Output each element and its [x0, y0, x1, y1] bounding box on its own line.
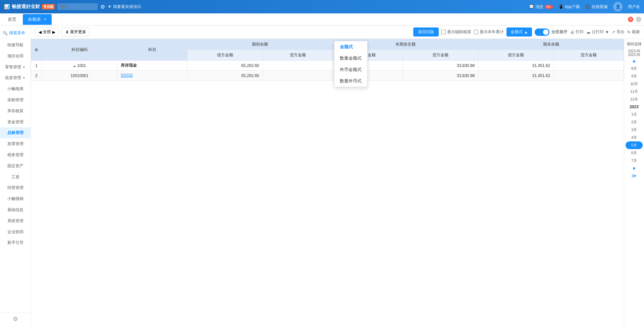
month-oct-2022[interactable]: 10月 [626, 80, 643, 88]
sidebar-item-wholesale[interactable]: 批发管理 ▼ [0, 72, 31, 83]
month-feb-2023[interactable]: 2月 [626, 118, 643, 126]
sidebar-item-invoice[interactable]: 发票管理 [0, 138, 31, 149]
month-nov-2022[interactable]: 11月 [626, 88, 643, 95]
download-icon: 📱 [558, 4, 564, 9]
table-row-ob_credit [263, 61, 333, 71]
tab-bar: 首页 余额表 ✕ ✕ □ [0, 13, 644, 25]
sidebar-item-capital[interactable]: 资金管理 [0, 117, 31, 128]
export-btn[interactable]: ↗ 导出 [612, 29, 625, 35]
right-panel: 期间选择 2023.05 2023.05 ▲ 8月 9月 10月 11月 12月… [624, 39, 644, 328]
month-jun-2023[interactable]: 6月 [626, 149, 643, 157]
sidebar-item-expense[interactable]: 小畅报销 [0, 193, 31, 204]
period-down-arrow[interactable]: ▼ [631, 165, 638, 173]
user-avatar[interactable]: 👤 [613, 2, 623, 11]
back-old-btn[interactable]: 退回旧版 [413, 27, 439, 37]
table-row-curr_credit: 33,830.98 [403, 71, 478, 81]
print-btn[interactable]: 🖨 打印 [570, 29, 584, 35]
toggle-switch[interactable] [535, 28, 549, 36]
sidebar-item-collab[interactable]: 企业协同 [0, 226, 31, 238]
expand-all-toggle[interactable]: 全部展开 [535, 28, 568, 36]
win-close-btn[interactable]: ✕ [628, 17, 633, 22]
expand-icon: ⬇ [65, 30, 69, 35]
sidebar: 🔍 搜索菜单 快捷导航 项目合同 零售管理 ▼ 批发管理 ▼ 小畅电商 采购管理… [0, 25, 31, 328]
msg-badge: 99+ [545, 5, 553, 9]
sidebar-item-operations[interactable]: 经营管理 [0, 182, 31, 193]
show-ytd-checkbox[interactable] [474, 30, 478, 34]
table-row-curr_credit: 33,830.98 [403, 61, 478, 71]
mode-option-qty-foreign[interactable]: 数量外币式 [334, 75, 367, 87]
show-aux-checkbox-group[interactable]: 显示辅助核算 [441, 29, 471, 35]
col-eb-credit-header: 贷方金额 [554, 50, 624, 61]
refresh-icon: ↻ [627, 30, 631, 35]
show-aux-checkbox[interactable] [441, 30, 446, 34]
tab-close-icon[interactable]: ✕ [44, 17, 47, 21]
month-dec-2022[interactable]: 12月 [626, 95, 643, 103]
collapse-panel-icon[interactable]: ≫ [631, 173, 637, 179]
month-jan-2023[interactable]: 1月 [626, 111, 643, 118]
sidebar-item-contract[interactable]: 项目合同 [0, 51, 31, 62]
chevron-down-icon: ▼ [22, 65, 25, 69]
month-apr-2023[interactable]: 4月 [626, 134, 643, 141]
export-icon: ↗ [612, 30, 615, 35]
header-right: 💬 消息 99+ 📱 App下载 🎧 在线客服 👤 用户名 [529, 2, 640, 11]
sidebar-item-salary[interactable]: 工资 [0, 172, 31, 183]
tab-balance-sheet[interactable]: 余额表 ✕ [23, 14, 52, 25]
sidebar-item-tax[interactable]: 税务管理 [0, 149, 31, 160]
demo-link[interactable]: 👁 我要看实例演示 [108, 4, 141, 10]
sidebar-item-retail[interactable]: 零售管理 ▼ [0, 62, 31, 73]
table-row-subject[interactable]: 回回回 [117, 71, 187, 81]
month-aug-2022[interactable]: 8月 [626, 65, 643, 72]
headset-icon: 🎧 [585, 4, 590, 9]
settings-icon[interactable]: ⚙ [100, 4, 105, 10]
mode-btn-wrapper: 金额式 ▲ 金额式 数量金额式 外币金额式 数量外币式 [506, 27, 532, 37]
msg-icon: 💬 [529, 4, 534, 9]
mode-option-amount[interactable]: 金额式 [334, 41, 367, 53]
username[interactable]: 用户名 [628, 4, 640, 10]
month-jul-2023[interactable]: 7月 [626, 157, 643, 165]
win-maximize-btn[interactable]: □ [636, 17, 641, 22]
refresh-btn[interactable]: ↻ 刷新 [627, 29, 640, 35]
service-btn[interactable]: 🎧 在线客服 [585, 4, 608, 10]
mode-dropdown-btn[interactable]: 金额式 ▲ [506, 27, 532, 37]
logo-icon: 📊 [4, 4, 10, 9]
sidebar-item-assets[interactable]: 固定资产 [0, 160, 31, 172]
sidebar-settings-icon[interactable]: ⚙ [0, 312, 31, 325]
top-search-input[interactable] [57, 3, 98, 10]
col-ob-debit-header: 借方金额 [187, 50, 263, 61]
month-may-2023[interactable]: 5月 [626, 141, 643, 149]
month-sep-2022[interactable]: 9月 [626, 72, 643, 80]
header-left: 📊 畅捷通好业财 专业版 ⚙ 👁 我要看实例演示 [4, 3, 141, 10]
toolbar: ◀ 全部 ▶ ⬇ 展开更多 退回旧版 显示辅助核算 显示本年累计 [31, 25, 644, 39]
msg-btn[interactable]: 💬 消息 99+ [529, 4, 553, 10]
sidebar-item-basic-info[interactable]: 基础信息 [0, 204, 31, 215]
sidebar-item-inventory[interactable]: 库存核算 [0, 106, 31, 117]
period-up-arrow[interactable]: ▲ [631, 57, 638, 65]
all-filter-btn[interactable]: ◀ 全部 ▶ [35, 27, 59, 37]
show-ytd-checkbox-group[interactable]: 显示本年累计 [474, 29, 504, 35]
cloud-print-btn[interactable]: ☁ 云打印 ▼ [586, 29, 609, 35]
mode-option-qty-amount[interactable]: 数量金额式 [334, 53, 367, 64]
col-settings[interactable]: ⚙ [31, 39, 42, 61]
sidebar-item-nav[interactable]: 快捷导航 [0, 40, 31, 51]
cloud-icon: ☁ [586, 30, 590, 35]
sidebar-search[interactable]: 🔍 搜索菜单 [0, 28, 31, 38]
sidebar-item-ecommerce[interactable]: 小畅电商 [0, 83, 31, 94]
mode-option-foreign-amount[interactable]: 外币金额式 [334, 64, 367, 75]
sidebar-item-ledger[interactable]: 总账管理 [0, 127, 31, 138]
table-row-eb_credit [554, 71, 624, 81]
expand-more-btn[interactable]: ⬇ 展开更多 [62, 27, 90, 37]
app-subtitle: 专业版 [42, 4, 55, 9]
app-title: 畅捷通好业财 [12, 4, 40, 10]
col-closing-balance-header: 期末余额 [478, 39, 624, 50]
col-subject-header: 科目 [117, 39, 187, 61]
sidebar-item-purchase[interactable]: 采购管理 [0, 94, 31, 106]
sidebar-item-guide[interactable]: 新手引导 [0, 237, 31, 248]
main-layout: 🔍 搜索菜单 快捷导航 项目合同 零售管理 ▼ 批发管理 ▼ 小畅电商 采购管理… [0, 25, 644, 328]
month-mar-2023[interactable]: 3月 [626, 126, 643, 134]
tab-home[interactable]: 首页 [3, 14, 21, 25]
caret-down-icon: ▼ [605, 30, 609, 35]
sidebar-item-system[interactable]: 系统管理 [0, 215, 31, 226]
app-download-btn[interactable]: 📱 App下载 [558, 4, 580, 10]
col-curr-credit-header: 贷方金额 [403, 50, 478, 61]
col-opening-balance-header: 期初余额 [187, 39, 333, 50]
